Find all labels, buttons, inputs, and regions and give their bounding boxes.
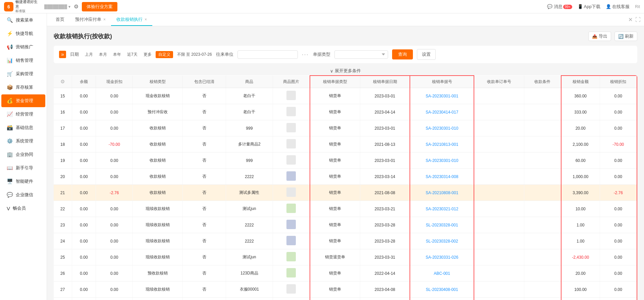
finance-icon: 💰 — [7, 98, 13, 104]
inventory-icon: 📦 — [7, 84, 13, 90]
sidebar-label-wechat: 企业微信 — [16, 192, 33, 198]
bill-no-link[interactable]: SA-20230301-010 — [426, 126, 458, 131]
cell-cancel-amount: 3,390.00 — [561, 185, 600, 201]
sidebar-label-purchase: 采购管理 — [16, 71, 33, 77]
sidebar-label-sales: 销售管理 — [16, 57, 33, 63]
cell-cancel-discount: -2.76 — [600, 185, 637, 201]
export-button[interactable]: 📤 导出 — [588, 32, 611, 41]
online-service-link[interactable]: 👤 在线客服 — [606, 4, 630, 10]
more-date-btn[interactable]: 更多 — [142, 51, 154, 58]
bill-no-link[interactable]: SA-20230331-026 — [426, 255, 458, 260]
table-row: 21 0.00 -2.76 收款核销 否 测试多属性 销货单 2021-08-0… — [54, 185, 637, 201]
bill-no-link[interactable]: SL-20230408-001 — [426, 287, 458, 292]
bill-no-link[interactable]: SA-20230314-008 — [426, 174, 458, 179]
sidebar-item-basic-info[interactable]: 🗃️ 基础信息 — [1, 121, 45, 134]
sidebar-item-operations[interactable]: 📈 经营管理 — [1, 108, 45, 121]
wechat-icon: 💬 — [7, 192, 13, 198]
bill-no-link[interactable]: SL-20230328-001 — [426, 223, 458, 227]
data-table: ⚙ 余额 现金折扣 核销类型 包含已结清 商品 商品图片 核销单据类型 核销单据… — [54, 75, 637, 300]
cell-num: 27 — [54, 282, 72, 298]
sidebar-item-marketing[interactable]: 📢 营销推广 — [1, 41, 45, 53]
cell-cancel-bill-date: 2023-04-18 — [360, 298, 410, 300]
vip-icon: V — [7, 206, 10, 211]
th-receipt-order-no: 收款单订单号 — [474, 76, 524, 88]
gear-icon[interactable]: ⚙ — [74, 3, 78, 10]
refresh-button[interactable]: 🔄 刷新 — [614, 32, 637, 41]
app-dropdown[interactable]: ████████ ▾ — [44, 4, 70, 9]
cell-cancel-discount: 0.00 — [600, 201, 637, 217]
tab-prepay[interactable]: 预付冲应付单 × — [70, 14, 111, 26]
th-cash-discount: 现金折扣 — [96, 76, 133, 88]
cell-include-settled: 否 — [182, 153, 226, 169]
top-bar: 6 畅捷通谱好生意 标准版 ████████ ▾ ⚙ 体验行业方案 💬 消息99… — [0, 0, 644, 13]
filter-bar: » 日期 上月 本月 本年 近7天 更多 自定义 不限 至 2023-07-26… — [54, 46, 637, 63]
bill-no-link[interactable]: SA-20210808-001 — [426, 190, 458, 195]
cell-cancel-type: 收款核销 — [133, 169, 182, 185]
cell-cancel-bill-no: SA-20210808-001 — [410, 185, 474, 201]
bill-type-label: 单据类型 — [313, 51, 330, 57]
tab-home[interactable]: 首页 — [50, 14, 70, 26]
th-gear[interactable]: ⚙ — [54, 76, 72, 88]
cell-goods: 2222 — [226, 169, 273, 185]
cell-receipt-order-no — [474, 282, 524, 298]
bill-no-link[interactable]: SL-20230328-002 — [426, 239, 458, 244]
cell-cancel-discount: 0.00 — [600, 104, 637, 120]
cell-goods: 老白干 — [226, 88, 273, 104]
tab-cancellation-close[interactable]: × — [145, 17, 147, 22]
cell-cancel-bill-date: 2023-03-01 — [360, 120, 410, 136]
tab-cancellation[interactable]: 收款核销执行 × — [111, 14, 152, 26]
logo-name: 畅捷通谱好生意 — [15, 0, 41, 9]
query-button[interactable]: 查询 — [392, 49, 413, 59]
this-month-btn[interactable]: 本月 — [97, 51, 109, 58]
table-row: 18 0.00 -70.00 收款核销 否 多计量商品2 销货单 2021-08… — [54, 136, 637, 153]
expand-more-button[interactable]: ∨ 展开更多条件 — [54, 67, 637, 75]
bill-no-link[interactable]: SA-20230301-010 — [426, 158, 458, 163]
cell-cancel-type: 收款核销 — [133, 153, 182, 169]
sidebar-item-vip[interactable]: V 畅会员 — [1, 202, 45, 215]
sidebar-item-finance[interactable]: 💰 资金管理 — [1, 94, 45, 107]
app-download-link[interactable]: 📱 App下载 — [578, 4, 600, 10]
sidebar-item-search[interactable]: 🔍 搜索菜单 — [1, 14, 45, 27]
bill-no-link[interactable]: ABC-001 — [434, 271, 450, 276]
close-window-icon[interactable]: ✕ — [628, 16, 633, 23]
tab-prepay-close[interactable]: × — [103, 17, 106, 22]
last-7days-btn[interactable]: 近7天 — [125, 51, 140, 58]
bill-no-link[interactable]: SA-20230301-001 — [426, 94, 458, 98]
settings-button[interactable]: 设置 — [417, 49, 436, 60]
bill-type-select[interactable] — [334, 50, 388, 59]
sidebar-item-inventory[interactable]: 📦 库存核算 — [1, 81, 45, 94]
cell-cancel-amount: 1,000.00 — [561, 169, 600, 185]
custom-date-btn[interactable]: 自定义 — [156, 51, 173, 58]
chevron-down-icon: ∨ — [330, 69, 333, 74]
cell-cancel-discount: 0.00 — [600, 282, 637, 298]
filter-collapse-button[interactable]: » — [59, 51, 66, 58]
sidebar-item-hardware[interactable]: 🖥️ 智能硬件 — [1, 175, 45, 188]
industry-solution-button[interactable]: 体验行业方案 — [82, 2, 117, 11]
th-balance: 余额 — [72, 76, 96, 88]
sidebar-item-quicknav[interactable]: ⚡ 快捷导航 — [1, 27, 45, 40]
bill-no-link[interactable]: SA-20230414-017 — [426, 110, 458, 115]
bill-no-link[interactable]: SA-20210813-001 — [426, 142, 458, 147]
cell-num: 23 — [54, 217, 72, 233]
maximize-icon[interactable]: ⛶ — [635, 17, 641, 23]
sidebar-item-wechat[interactable]: 💬 企业微信 — [1, 188, 45, 201]
cell-cancel-discount: 0.00 — [600, 169, 637, 185]
cell-cancel-bill-type: 销货单 — [310, 88, 360, 104]
bill-no-link[interactable]: SA-20230321-012 — [426, 207, 458, 211]
cell-balance: 0.00 — [72, 136, 96, 153]
this-year-btn[interactable]: 本年 — [111, 51, 123, 58]
sidebar-item-guide[interactable]: 📖 新手引导 — [1, 162, 45, 174]
from-unit-input[interactable] — [237, 50, 298, 59]
last-month-btn[interactable]: 上月 — [83, 51, 95, 58]
message-icon[interactable]: 💬 消息99+ — [547, 4, 572, 10]
sidebar-item-sales[interactable]: 📊 销售管理 — [1, 54, 45, 67]
sidebar-item-system[interactable]: ⚙️ 系统管理 — [1, 135, 45, 147]
cell-cancel-bill-no: SA-20230301-010 — [410, 120, 474, 136]
sidebar-item-enterprise[interactable]: 🏢 企业协同 — [1, 148, 45, 161]
cell-balance: 0.00 — [72, 282, 96, 298]
sidebar-label-hardware: 智能硬件 — [16, 178, 33, 184]
cell-cash-discount: -70.00 — [96, 136, 133, 153]
cell-balance: 0.00 — [72, 88, 96, 104]
sidebar-item-purchase[interactable]: 🛒 采购管理 — [1, 68, 45, 80]
cell-cancel-discount: 0.00 — [600, 298, 637, 300]
